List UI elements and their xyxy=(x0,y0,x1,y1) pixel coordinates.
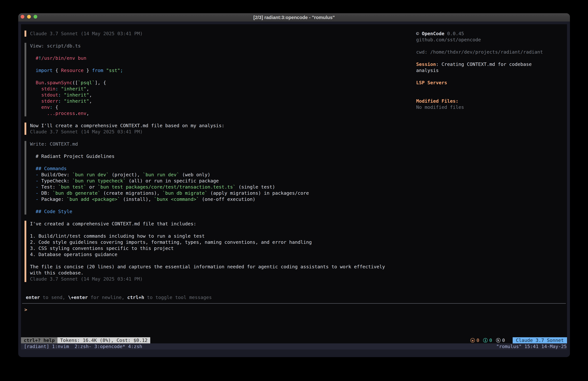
tool-view-line: stderr: "inherit", xyxy=(30,98,92,104)
sidebar-line: Modified Files: xyxy=(416,98,459,104)
status-bar: ctrl+? helpTokens: 16.4K (8%), Cost: $0.… xyxy=(21,337,567,343)
diagnostic-info: i0 xyxy=(483,337,492,343)
tool-view-line: View: script/db.ts xyxy=(30,43,81,49)
message-line: 4. Database operations guidance xyxy=(30,251,117,257)
tool-view-line: Bun.spawnSync([`psql`], { xyxy=(30,80,106,86)
info-count: 0 xyxy=(489,337,492,343)
tool-write-line: Write: CONTEXT.md xyxy=(30,141,78,147)
diagnostic-warnings: w0 xyxy=(470,337,479,343)
message-meta-bar xyxy=(24,30,26,37)
help-badge[interactable]: ctrl+? help xyxy=(21,337,58,343)
tool-write-line: ## Code Style xyxy=(30,208,72,215)
tool-write-line: # Radiant Project Guidelines xyxy=(30,153,115,159)
tool-view-bar xyxy=(24,43,26,116)
tmux-host-clock: "romulus" 15:41 14-May-25 xyxy=(496,343,567,350)
message-line: 1. Build/lint/test commands including ho… xyxy=(30,233,205,239)
tokens-badge: Tokens: 16.4K (8%), Cost: $0.12 xyxy=(58,337,150,343)
titlebar: [2/3] radiant:3:opencode - "romulus" xyxy=(18,13,570,22)
hints-icon: h xyxy=(496,338,501,343)
model-badge[interactable]: Claude 3.7 Sonnet xyxy=(513,337,567,343)
message-line: with this codebase. xyxy=(30,270,84,276)
window-title: [2/3] radiant:3:opencode - "romulus" xyxy=(18,13,570,22)
message-line: Now I'll create a comprehensive CONTEXT.… xyxy=(30,123,225,129)
tool-view-line: stdout: "inherit", xyxy=(30,92,92,98)
tool-write-line: - Test: `bun test` or `bun test packages… xyxy=(30,184,275,190)
tool-write-bar xyxy=(24,141,26,215)
close-button[interactable] xyxy=(21,15,24,19)
message-line: The file is concise (20 lines) and captu… xyxy=(30,264,385,270)
tool-write-line: - DB: `bun db generate` (create migratio… xyxy=(30,190,309,196)
message-meta-line: Claude 3.7 Sonnet (14 May 2025 03:41 PM) xyxy=(30,30,143,37)
terminal-window: [2/3] radiant:3:opencode - "romulus" Cla… xyxy=(18,13,570,357)
sidebar-line: No modified files xyxy=(416,104,464,110)
keybind-help: enter to send, \+enter for newline, ctrl… xyxy=(26,294,212,300)
message-line: 3. CSS styling conventions specific to t… xyxy=(30,245,174,251)
sidebar-line: analysis xyxy=(416,67,439,73)
tool-write-line: ## Commands xyxy=(30,165,67,172)
tmux-session-windows: [radiant] 1:nvim 2:zsh- 3:opencode* 4:zs… xyxy=(24,343,142,350)
minimize-button[interactable] xyxy=(27,15,31,19)
sidebar-line: © OpenCode 0.0.45 xyxy=(416,30,464,37)
diagnostic-hints: h0 xyxy=(496,337,505,343)
tool-view-line: #!/usr/bin/env bun xyxy=(30,55,86,61)
traffic-lights xyxy=(21,15,37,19)
tool-write-line: - Build/Dev: `bun run dev` (project), `b… xyxy=(30,172,210,178)
tool-view-line: env: { xyxy=(30,104,58,110)
zoom-button[interactable] xyxy=(34,15,37,19)
tool-write-line: - TypeCheck: `bun run typecheck` (all) o… xyxy=(30,178,219,184)
warnings-count: 0 xyxy=(477,337,479,343)
message-line: I've created a comprehensive CONTEXT.md … xyxy=(30,221,196,227)
tool-view-line: ...process.env, xyxy=(30,110,89,116)
message-line: Claude 3.7 Sonnet (14 May 2025 03:41 PM) xyxy=(30,129,143,135)
input-divider xyxy=(22,303,566,304)
hints-count: 0 xyxy=(502,337,505,343)
tmux-status-bar: [radiant] 1:nvim 2:zsh- 3:opencode* 4:zs… xyxy=(21,343,567,350)
tool-view-line: stdin: "inherit", xyxy=(30,86,89,92)
info-icon: i xyxy=(483,338,488,343)
tool-view-line: import { Resource } from "sst"; xyxy=(30,67,123,73)
sidebar-line: cwd: /home/thdxr/dev/projects/radiant/ra… xyxy=(416,49,543,55)
prompt-input[interactable]: > xyxy=(24,307,27,313)
message-line: Claude 3.7 Sonnet (14 May 2025 03:41 PM) xyxy=(30,276,143,282)
message-bar xyxy=(24,123,26,135)
sidebar-line: LSP Servers xyxy=(416,80,447,86)
warnings-icon: w xyxy=(470,338,475,343)
message-line: 2. Code style guidelines covering import… xyxy=(30,239,312,245)
tool-write-line: - Package: `bun add <package>` (install)… xyxy=(30,196,255,202)
sidebar-line: github.com/sst/opencode xyxy=(416,37,481,43)
message-bar xyxy=(24,221,26,282)
terminal-content: Claude 3.7 Sonnet (14 May 2025 03:41 PM)… xyxy=(21,24,567,343)
sidebar-line: Session: Creating CONTEXT.md for codebas… xyxy=(416,61,532,67)
